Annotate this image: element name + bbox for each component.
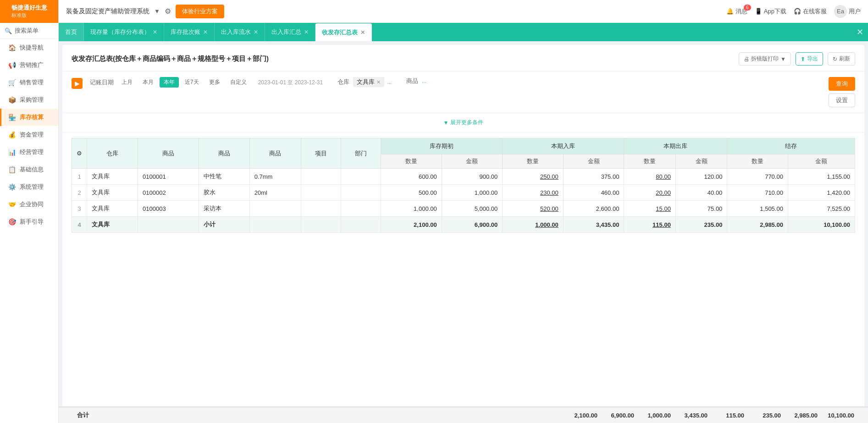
header-right: 🔔 消息 6 📱 App下载 🎧 在线客服 Ea 用户 — [726, 5, 861, 18]
user-menu[interactable]: Ea 用户 — [834, 5, 861, 18]
app-download-button[interactable]: 📱 App下载 — [755, 7, 786, 16]
print-icon: 🖨 — [744, 56, 749, 62]
sidebar-item-purchase[interactable]: 📦 采购管理 — [0, 91, 58, 109]
trial-button[interactable]: 体验行业方案 — [176, 5, 224, 18]
chevron-down-icon: ▼ — [780, 56, 786, 62]
tab-batch-label: 库存批次账 — [171, 28, 200, 36]
row-project — [301, 169, 341, 185]
sidebar-item-system[interactable]: ⚙️ 系统管理 — [0, 178, 58, 196]
tab-inout-summary-label: 出入库汇总 — [271, 28, 301, 36]
operations-icon: 📊 — [8, 148, 16, 156]
row-bal-qty: 770.00 — [727, 169, 788, 185]
row-bal-amt: 10,100.00 — [788, 217, 855, 233]
tab-close-inout-flow[interactable]: ✕ — [254, 29, 258, 35]
row-bal-qty: 2,985.00 — [727, 217, 788, 233]
row-name: 小计 — [199, 217, 249, 233]
table-row: 1 文具库 0100001 中性笔 0.7mm 600.00 900.00 25… — [72, 169, 855, 185]
sidebar-item-label-quick-nav: 快捷导航 — [20, 44, 44, 52]
row-bal-amt: 7,525.00 — [788, 201, 855, 217]
sys-dropdown[interactable]: ▼ — [154, 8, 160, 15]
tab-batch[interactable]: 库存批次账 ✕ — [164, 23, 215, 41]
row-num: 3 — [72, 201, 87, 217]
footer-in-qty: 1,000.00 — [639, 412, 675, 419]
date-btn-more[interactable]: 更多 — [205, 77, 224, 88]
tab-home[interactable]: 首页 — [59, 23, 84, 41]
sidebar-item-guide[interactable]: 🎯 新手引导 — [0, 213, 58, 231]
date-btn-this-month[interactable]: 本月 — [138, 77, 158, 88]
tab-close-inventory-dist[interactable]: ✕ — [153, 29, 157, 35]
tab-inventory-dist[interactable]: 现存量（库存分布表） ✕ — [84, 23, 164, 41]
filter-toggle-button[interactable]: ▶ — [72, 78, 83, 89]
table-gear-icon[interactable]: ⚙ — [77, 150, 82, 157]
expand-label: 展开更多条件 — [450, 119, 483, 126]
top-header: 装备及固定资产辅助管理系统 ▼ ⚙ 体验行业方案 🔔 消息 6 📱 App下载 … — [59, 0, 868, 23]
tab-inout-flow[interactable]: 出入库流水 ✕ — [215, 23, 265, 41]
col-settings[interactable]: ⚙ — [72, 138, 87, 169]
date-btn-custom[interactable]: 自定义 — [226, 77, 251, 88]
refresh-button[interactable]: ↻ 刷新 — [828, 52, 855, 66]
row-in-qty: 1,000.00 — [503, 217, 564, 233]
footer-values: 2,100.00 6,900.00 1,000.00 3,435.00 115.… — [98, 412, 859, 419]
sidebar-item-marketing[interactable]: 📢 营销推广 — [0, 56, 58, 74]
main-close-button[interactable]: ✕ — [857, 27, 863, 37]
warehouse-more[interactable]: ... — [387, 79, 392, 85]
tab-inout-summary[interactable]: 出入库汇总 ✕ — [265, 23, 315, 41]
user-label: 用户 — [849, 7, 861, 16]
row-num: 1 — [72, 169, 87, 185]
warehouse-tag-close[interactable]: ✕ — [376, 79, 381, 85]
warehouse-label: 仓库 — [337, 78, 349, 86]
inventory-icon: 🏪 — [8, 113, 16, 121]
expand-icon: ▼ — [443, 120, 449, 126]
row-warehouse: 文具库 — [87, 169, 138, 185]
sidebar-item-finance[interactable]: 💰 资金管理 — [0, 126, 58, 143]
tab-close-batch[interactable]: ✕ — [203, 29, 208, 35]
sidebar-item-quick-nav[interactable]: 🏠 快捷导航 — [0, 39, 58, 56]
date-btn-7days[interactable]: 近7天 — [181, 77, 203, 88]
sidebar-item-label-operations: 经营管理 — [20, 148, 44, 156]
app-download-label: App下载 — [764, 7, 786, 16]
col-group-out: 本期出库 — [624, 138, 727, 154]
filter-settings-button[interactable]: 设置 — [829, 93, 855, 107]
row-num: 4 — [72, 217, 87, 233]
col-group-opening: 库存期初 — [381, 138, 503, 154]
headset-icon: 🎧 — [794, 8, 801, 15]
print-button[interactable]: 🖨 拆镜版打印 ▼ — [739, 52, 791, 66]
sidebar-item-label-sales: 销售管理 — [20, 78, 44, 87]
date-label: 记账日期 — [90, 78, 114, 87]
row-project — [301, 201, 341, 217]
online-service-label: 在线客服 — [803, 7, 827, 16]
row-out-amt: 235.00 — [675, 217, 727, 233]
row-name: 采访本 — [199, 201, 249, 217]
query-button[interactable]: 查询 — [829, 77, 855, 91]
sidebar-item-operations[interactable]: 📊 经营管理 — [0, 143, 58, 161]
product-more[interactable]: ... — [422, 78, 426, 84]
tab-close-recv-send[interactable]: ✕ — [360, 29, 365, 36]
row-out-qty: 15.00 — [624, 201, 675, 217]
messages-button[interactable]: 🔔 消息 6 — [726, 7, 747, 16]
sidebar-item-basic-info[interactable]: 📋 基础信息 — [0, 161, 58, 178]
row-bal-qty: 1,505.00 — [727, 201, 788, 217]
row-dept — [341, 217, 381, 233]
search-menu[interactable]: 🔍 搜索菜单 — [0, 23, 58, 39]
tab-close-inout-summary[interactable]: ✕ — [304, 29, 309, 35]
tab-inventory-dist-label: 现存量（库存分布表） — [90, 28, 150, 36]
col-balance-qty: 数量 — [727, 154, 788, 169]
gear-icon[interactable]: ⚙ — [165, 7, 171, 16]
export-button[interactable]: ⬆ 导出 — [796, 52, 823, 66]
footer-open-qty: 2,100.00 — [565, 412, 602, 419]
system-icon: ⚙️ — [8, 183, 16, 191]
quick-nav-icon: 🏠 — [8, 44, 16, 52]
expand-conditions-button[interactable]: ▼ 展开更多条件 — [438, 117, 489, 128]
sidebar-item-cooperation[interactable]: 🤝 企业协同 — [0, 196, 58, 213]
sidebar-item-sales[interactable]: 🛒 销售管理 — [0, 74, 58, 91]
sidebar-item-inventory[interactable]: 🏪 库存核算 — [0, 109, 58, 126]
tab-recv-send[interactable]: 收发存汇总表 ✕ — [315, 23, 372, 41]
sidebar-item-label-marketing: 营销推广 — [20, 61, 44, 69]
online-service-button[interactable]: 🎧 在线客服 — [794, 7, 827, 16]
date-btn-this-year[interactable]: 本年 — [160, 77, 179, 88]
date-filter-group: 记账日期 上月 本月 本年 近7天 更多 自定义 2023-01-01 至 20… — [90, 77, 323, 88]
row-num: 2 — [72, 185, 87, 201]
sidebar-item-label-basic-info: 基础信息 — [20, 165, 44, 174]
sidebar-item-label-finance: 资金管理 — [20, 131, 44, 139]
date-btn-prev-month[interactable]: 上月 — [117, 77, 137, 88]
